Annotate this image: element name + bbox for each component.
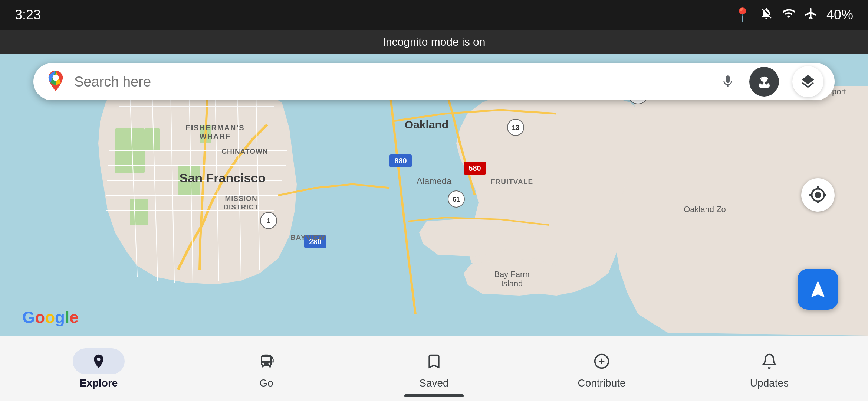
fruitvale-label: FRUITVALE (491, 178, 533, 186)
battery-display: 40% (826, 7, 853, 23)
district-label: DISTRICT (223, 203, 259, 211)
logo-g2: g (55, 308, 65, 327)
status-time: 3:23 (15, 7, 41, 23)
explore-label: Explore (80, 377, 118, 389)
contribute-label: Contribute (578, 377, 625, 389)
shield-61-text: 61 (453, 196, 460, 203)
incognito-bar: Incognito mode is on (0, 30, 868, 54)
explore-icon (91, 353, 107, 369)
contribute-icon (594, 353, 610, 369)
go-label: Go (259, 377, 273, 389)
go-icon (258, 353, 274, 369)
logo-o1: o (35, 308, 45, 327)
incognito-button[interactable] (749, 67, 779, 97)
svg-point-4 (760, 81, 763, 84)
notification-off-icon (760, 7, 773, 23)
logo-o2: o (45, 308, 55, 327)
navigation-button[interactable] (798, 269, 838, 310)
go-icon-wrap (240, 348, 292, 374)
alameda-label: Alameda (417, 176, 452, 186)
location-icon: 📍 (734, 7, 751, 23)
oakland-label: Oakland (405, 118, 448, 131)
saved-label: Saved (419, 377, 448, 389)
logo-g: G (22, 308, 35, 327)
bayfarm-label: Bay Farm (494, 270, 529, 279)
nav-contribute[interactable]: Contribute (561, 348, 642, 389)
shield-580-text: 580 (468, 164, 481, 172)
google-logo: G o o g l e (22, 308, 79, 327)
svg-point-1 (53, 75, 59, 81)
wifi-icon (782, 7, 795, 23)
time-display: 3:23 (15, 7, 41, 23)
sf-label: San Francisco (180, 171, 266, 185)
bottom-navigation: Explore Go Saved Contribute (0, 336, 868, 401)
park5 (130, 199, 148, 225)
wharf-label: WHARF (200, 132, 231, 140)
nav-saved[interactable]: Saved (393, 348, 475, 389)
shield-1-text: 1 (267, 217, 270, 225)
island-label: Island (501, 279, 523, 288)
updates-icon-wrap (743, 348, 795, 374)
airplane-icon (804, 7, 818, 23)
updates-icon (761, 353, 777, 369)
search-bar[interactable] (33, 63, 835, 100)
maps-logo (45, 71, 67, 93)
svg-rect-3 (759, 83, 770, 88)
saved-icon-wrap (408, 348, 460, 374)
map-area[interactable]: 280 1 880 580 61 24 13 San Francisco FIS… (0, 54, 868, 336)
fishermans-label: FISHERMAN'S (186, 124, 245, 132)
logo-e: e (69, 308, 78, 327)
status-bar: 3:23 📍 40% (0, 0, 868, 30)
shield-880-text: 880 (394, 157, 407, 165)
nav-explore[interactable]: Explore (58, 348, 139, 389)
incognito-text: Incognito mode is on (383, 36, 486, 48)
bayview-label: BAYVIEW (290, 234, 325, 241)
oakland-zo-label: Oakland Zo (684, 205, 726, 214)
nav-go[interactable]: Go (226, 348, 307, 389)
my-location-button[interactable] (801, 178, 835, 212)
chinatown-label: CHINATOWN (221, 147, 268, 155)
logo-l: l (65, 308, 69, 327)
mic-button[interactable] (717, 71, 738, 92)
explore-icon-wrap (73, 348, 125, 374)
nav-updates[interactable]: Updates (729, 348, 810, 389)
park2 (145, 128, 160, 151)
status-icons: 📍 40% (734, 7, 853, 23)
alameda-land (419, 218, 512, 257)
bottom-handle (404, 394, 464, 397)
saved-icon (426, 353, 442, 369)
layers-button[interactable] (792, 66, 823, 97)
svg-point-5 (765, 81, 768, 84)
contribute-icon-wrap (576, 348, 628, 374)
mission-label: MISSION (225, 195, 257, 202)
updates-label: Updates (750, 377, 789, 389)
shield-13-text: 13 (512, 124, 519, 131)
search-input[interactable] (74, 74, 710, 90)
